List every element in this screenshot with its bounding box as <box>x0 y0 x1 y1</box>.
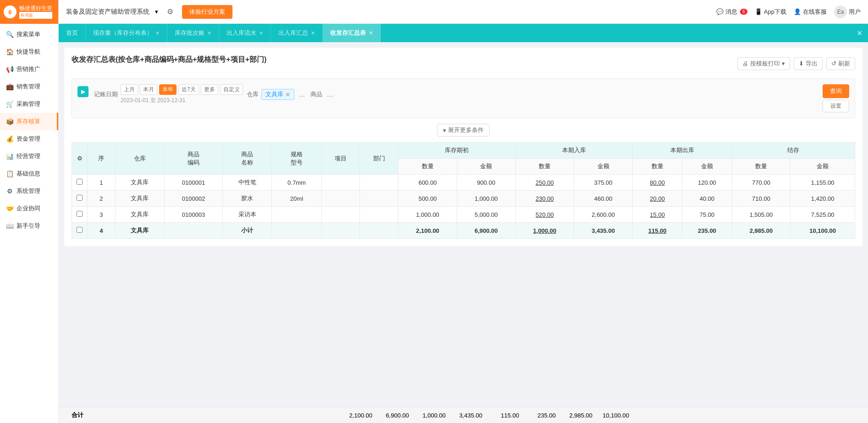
tab-close-inventory-dist[interactable]: ✕ <box>155 30 160 36</box>
row-num: 1 <box>88 175 116 191</box>
table-header-out: 本期出库 <box>632 143 732 159</box>
refresh-button[interactable]: ↺ 刷新 <box>826 57 855 70</box>
settings-icon[interactable]: ⚙ <box>164 5 177 18</box>
warehouse-more-dots[interactable]: ... <box>297 90 307 99</box>
row-checkbox[interactable] <box>72 207 88 223</box>
row-out-qty[interactable]: 80.00 <box>632 175 682 191</box>
messages-badge: 6 <box>740 9 747 15</box>
date-this-year[interactable]: 本年 <box>159 84 177 95</box>
tab-receipt-summary[interactable]: 收发存汇总表 ✕ <box>323 24 381 42</box>
app-download-action[interactable]: 📱 App下载 <box>755 8 786 16</box>
sidebar-item-basic[interactable]: 📋 基础信息 <box>0 165 58 182</box>
table-header-project: 项目 <box>321 143 360 175</box>
row-spec <box>272 207 321 223</box>
warehouse-tag[interactable]: 文具库 ✕ <box>261 89 294 100</box>
messages-action[interactable]: 💬 消息 6 <box>716 8 747 16</box>
row-balance-amt: 7,525.00 <box>791 207 855 223</box>
sidebar-item-sales[interactable]: 💼 销售管理 <box>0 78 58 95</box>
row-in-amt: 3,435.00 <box>574 223 633 239</box>
tab-close-receipt-summary[interactable]: ✕ <box>369 30 373 36</box>
sidebar-item-label: 系统管理 <box>17 187 40 195</box>
warehouse-tag-close[interactable]: ✕ <box>285 91 290 98</box>
row-out-qty[interactable]: 15.00 <box>632 207 682 223</box>
date-label: 记账日期 <box>94 90 118 99</box>
sidebar-item-operations[interactable]: 📊 经营管理 <box>0 148 58 165</box>
sidebar-item-inventory[interactable]: 📦 库存核算 <box>0 113 58 130</box>
export-icon: ⬇ <box>799 60 804 67</box>
date-last-month[interactable]: 上月 <box>121 84 138 95</box>
row-project <box>321 223 360 239</box>
table-settings-header[interactable]: ⚙ <box>72 143 88 175</box>
row-out-qty[interactable]: 20.00 <box>632 191 682 207</box>
row-opening-qty: 600.00 <box>398 175 457 191</box>
row-product: 胶水 <box>223 191 272 207</box>
date-custom[interactable]: 自定义 <box>220 84 243 95</box>
footer-out-qty: 115.00 <box>482 412 519 419</box>
date-more[interactable]: 更多 <box>201 84 218 95</box>
experience-button[interactable]: 体验行业方案 <box>182 5 232 19</box>
sidebar-item-marketing[interactable]: 📢 营销推广 <box>0 60 58 78</box>
table-header-in-qty: 数量 <box>515 159 574 175</box>
tab-inout-flow[interactable]: 出入库流水 ✕ <box>219 24 271 42</box>
row-code: 0100003 <box>164 207 223 223</box>
expand-icon: ▾ <box>443 127 446 134</box>
sidebar-item-enterprise[interactable]: 🤝 企业协同 <box>0 200 58 217</box>
page-title: 收发存汇总表(按仓库+商品编码+商品+规格型号+项目+部门) <box>72 55 266 65</box>
row-checkbox[interactable] <box>72 175 88 191</box>
tab-home[interactable]: 首页 <box>59 24 86 42</box>
date-shortcuts: 上月 本月 本年 近7天 更多 自定义 <box>121 84 243 95</box>
tab-close-inout-flow[interactable]: ✕ <box>259 30 263 36</box>
sidebar-item-finance[interactable]: 💰 资金管理 <box>0 130 58 148</box>
sidebar-item-label: 基础信息 <box>17 170 40 178</box>
row-code: 0100001 <box>164 175 223 191</box>
online-service-action[interactable]: 👤 在线客服 <box>794 8 827 16</box>
print-button[interactable]: 🖨 按模板打印 ▾ <box>737 57 790 70</box>
guide-icon: 📖 <box>6 222 14 230</box>
user-action[interactable]: Ea 用户 <box>834 5 861 18</box>
row-in-amt: 375.00 <box>574 175 633 191</box>
query-button[interactable]: 查询 <box>823 84 849 98</box>
system-title: 装备及固定资产辅助管理系统 <box>66 8 149 16</box>
system-dropdown[interactable]: ▾ <box>155 8 158 15</box>
enterprise-icon: 🤝 <box>6 204 14 213</box>
tab-batch[interactable]: 库存批次账 ✕ <box>167 24 219 42</box>
tab-bar-close-btn[interactable]: ✕ <box>851 29 868 38</box>
tab-close-inout-summary[interactable]: ✕ <box>311 30 315 36</box>
footer-in-amt: 3,435.00 <box>446 412 482 419</box>
row-checkbox[interactable] <box>72 191 88 207</box>
row-checkbox[interactable] <box>72 223 88 239</box>
tab-inventory-dist[interactable]: 现存量（库存分布表） ✕ <box>86 24 167 42</box>
filter-toggle-button[interactable]: ▶ <box>77 86 88 97</box>
row-balance-amt: 10,100.00 <box>791 223 855 239</box>
row-in-qty[interactable]: 230.00 <box>515 191 574 207</box>
footer-bar: 合计 2,100.00 6,900.00 1,000.00 3,435.00 1… <box>59 407 868 423</box>
expand-conditions-button[interactable]: ▾ 展开更多条件 <box>437 124 490 137</box>
tab-inout-summary[interactable]: 出入库汇总 ✕ <box>271 24 323 42</box>
sidebar-item-search[interactable]: 🔍 搜索菜单 <box>0 26 58 43</box>
date-7days[interactable]: 近7天 <box>178 84 199 95</box>
row-opening-amt: 5,000.00 <box>457 207 515 223</box>
row-code: 0100002 <box>164 191 223 207</box>
product-more-dots[interactable]: ... <box>325 90 335 99</box>
row-in-qty[interactable]: 520.00 <box>515 207 574 223</box>
row-warehouse: 文具库 <box>115 175 164 191</box>
sidebar-item-system[interactable]: ⚙ 系统管理 <box>0 182 58 200</box>
row-in-qty[interactable]: 250.00 <box>515 175 574 191</box>
date-this-month[interactable]: 本月 <box>140 84 157 95</box>
sidebar-item-purchase[interactable]: 🛒 采购管理 <box>0 95 58 113</box>
export-button[interactable]: ⬇ 导出 <box>794 57 823 70</box>
tab-bar: 首页 现存量（库存分布表） ✕ 库存批次账 ✕ 出入库流水 ✕ 出入库汇总 ✕ … <box>59 24 868 42</box>
row-out-qty[interactable]: 115.00 <box>632 223 682 239</box>
download-icon: 📱 <box>755 8 762 15</box>
operations-icon: 📊 <box>6 152 14 160</box>
sidebar-item-label: 销售管理 <box>17 82 40 91</box>
setting-button[interactable]: 设置 <box>823 100 849 112</box>
tab-close-batch[interactable]: ✕ <box>207 30 211 36</box>
row-in-qty[interactable]: 1,000.00 <box>515 223 574 239</box>
sidebar-item-quicknav[interactable]: 🏠 快捷导航 <box>0 43 58 60</box>
sidebar-item-guide[interactable]: 📖 新手引导 <box>0 217 58 235</box>
sidebar-logo: 6 畅捷通好生意 标准版 <box>0 0 58 24</box>
sidebar-item-label: 企业协同 <box>17 204 40 213</box>
row-num: 4 <box>88 223 116 239</box>
row-opening-qty: 2,100.00 <box>398 223 457 239</box>
